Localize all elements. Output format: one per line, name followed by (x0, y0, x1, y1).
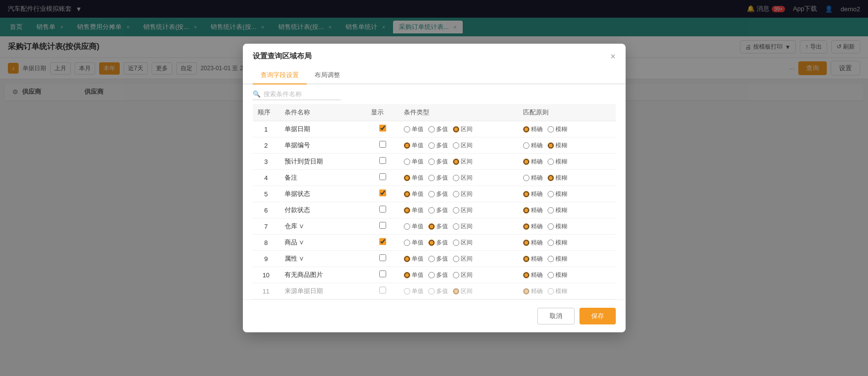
conditions-table: 顺序 条件名称 显示 条件类型 匹配原则 1单据日期单值多值区间精确模糊2单据编… (253, 104, 616, 105)
modal-close-button[interactable]: × (610, 52, 616, 61)
col-header-type: 条件类型 (399, 104, 518, 105)
col-header-order: 顺序 (253, 104, 280, 105)
col-header-display: 显示 (366, 104, 398, 105)
condition-search-input[interactable] (263, 90, 337, 98)
table-header-row: 顺序 条件名称 显示 条件类型 匹配原则 (253, 104, 616, 105)
modal-overlay: 设置查询区域布局 × 查询字段设置 布局调整 🔍 顺序 (0, 0, 868, 105)
search-icon: 🔍 (253, 90, 261, 98)
modal-tabs: 查询字段设置 布局调整 (243, 61, 626, 84)
col-header-match: 匹配原则 (518, 104, 616, 105)
search-input-wrapper: 🔍 (253, 90, 341, 100)
modal-table-scroll: 顺序 条件名称 显示 条件类型 匹配原则 1单据日期单值多值区间精确模糊2单据编… (243, 104, 626, 105)
tab-layout-adjust[interactable]: 布局调整 (307, 67, 348, 84)
settings-modal: 设置查询区域布局 × 查询字段设置 布局调整 🔍 顺序 (243, 44, 626, 105)
modal-search-area: 🔍 (243, 84, 626, 104)
tab-query-fields[interactable]: 查询字段设置 (253, 67, 307, 84)
modal-header: 设置查询区域布局 × (243, 44, 626, 61)
col-header-name: 条件名称 (280, 104, 367, 105)
modal-title: 设置查询区域布局 (253, 52, 312, 61)
